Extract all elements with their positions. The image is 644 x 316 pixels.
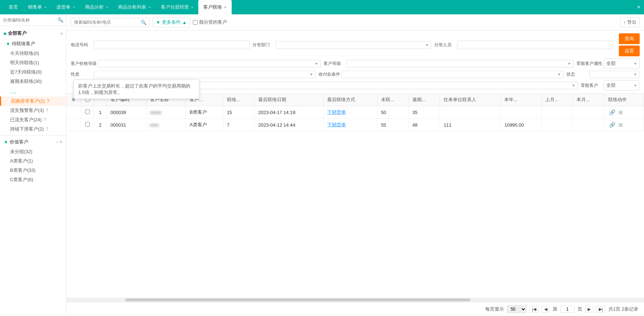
- row2-checkbox[interactable]: [85, 122, 90, 127]
- retail-customer-label: 零散客户: [581, 82, 602, 89]
- nav-customer-tier[interactable]: 客户分层经营 ×: [156, 0, 198, 14]
- action-buttons: 查询 设置: [619, 33, 640, 56]
- sidebar-b-class[interactable]: B类客户(33): [0, 166, 66, 175]
- manager-more-icon[interactable]: …: [606, 42, 611, 47]
- row1-grid-icon[interactable]: ⊞: [618, 109, 623, 115]
- nav-customer-contact[interactable]: 客户联络 ×: [198, 0, 231, 14]
- col-uncontacted[interactable]: 未联...: [377, 94, 408, 106]
- payment-select[interactable]: ▼: [342, 71, 564, 78]
- manager-label: 分管人员: [434, 42, 456, 48]
- search-input[interactable]: [74, 20, 141, 25]
- sidebar-today-pending[interactable]: 今天待联络(0): [0, 49, 66, 58]
- toolbar: 🔍 ▼ 更多条件 ▲ 我分管的客户 ↑ 导出: [66, 14, 644, 30]
- sidebar-overdue-contact[interactable]: 逾期未联络(30): [0, 77, 66, 86]
- last-page-btn[interactable]: ▶|: [596, 306, 606, 313]
- settings-btn[interactable]: 设置: [619, 46, 640, 56]
- col-last-date[interactable]: 最后联络日期: [254, 94, 323, 106]
- more-filter-btn[interactable]: ▼ 更多条件 ▲: [153, 17, 190, 27]
- sidebar-a-class[interactable]: A类客户(1): [0, 156, 66, 166]
- row1-num: 1: [94, 106, 107, 119]
- sidebar-pending-contact[interactable]: ▼ 待联络客户: [0, 39, 66, 49]
- gender-select[interactable]: ▼: [94, 71, 316, 78]
- row2-name: ■■■: [146, 119, 186, 131]
- horizontal-scrollbar[interactable]: [66, 298, 644, 302]
- col-overdue[interactable]: 逾期...: [408, 94, 440, 106]
- col-last-month[interactable]: 上月...: [542, 94, 573, 106]
- status-select[interactable]: ▼: [589, 71, 640, 78]
- sidebar-search-icon[interactable]: 🔍: [57, 17, 63, 23]
- nav-sales[interactable]: 销售单 ×: [23, 0, 51, 14]
- nav-product-analysis[interactable]: 商品分析 ×: [80, 0, 113, 14]
- payment-label: 收付款条件: [319, 71, 340, 77]
- nav-purchase-close[interactable]: ×: [73, 5, 75, 9]
- already-lost-hint-icon: ?: [43, 117, 46, 122]
- sidebar-value-customer-group[interactable]: ▼ 价值客户 ○ ✎: [0, 137, 66, 147]
- row2-grid-icon[interactable]: ⊞: [618, 122, 623, 128]
- row1-check-cell: [81, 106, 94, 119]
- row2-code: 000031: [107, 119, 146, 131]
- row2-this-year: 10995.00: [501, 119, 542, 131]
- row1-this-year: [501, 106, 542, 119]
- sidebar-collapse-icon[interactable]: »: [60, 31, 62, 36]
- sidebar-lost-risk[interactable]: 流失预警客户(3) ?: [0, 106, 66, 115]
- row1-last-month: [542, 106, 573, 119]
- filter-customer-level: 客户等级 ▼: [324, 60, 574, 67]
- page-size-select[interactable]: 50 20 100: [507, 305, 527, 313]
- row2-last-month: [542, 119, 573, 131]
- col-contact[interactable]: 联络...: [223, 94, 254, 106]
- department-select[interactable]: ▼: [275, 41, 431, 49]
- first-page-btn[interactable]: |◀: [529, 306, 539, 313]
- nav-product-list-close[interactable]: ×: [148, 5, 150, 9]
- nav-product-list[interactable]: 商品分析列表 ×: [113, 0, 156, 14]
- query-btn[interactable]: 查询: [619, 33, 640, 44]
- more-items-btn[interactable]: …: [10, 88, 17, 95]
- col-this-month[interactable]: 本月...: [573, 94, 604, 106]
- export-btn[interactable]: ↑ 导出: [620, 17, 640, 27]
- sidebar-content: ■ 全部客户 » ▼ 待联络客户 今天待联络(0) 明天待联络(1) 近7天待联…: [0, 26, 66, 316]
- sidebar-already-lost[interactable]: 已流失客户(24) ?: [0, 115, 66, 124]
- my-customer-checkbox[interactable]: [193, 20, 198, 25]
- col-last-method[interactable]: 最后联络方式: [324, 94, 377, 106]
- price-level-select[interactable]: ▼: [98, 60, 321, 67]
- search-icon[interactable]: 🔍: [141, 20, 147, 25]
- sidebar-c-class[interactable]: C类客户(6): [0, 175, 66, 184]
- nav-purchase[interactable]: 进货单 ×: [51, 0, 80, 14]
- sidebar-unassigned[interactable]: 未分组(32): [0, 147, 66, 156]
- sidebar-7day-pending[interactable]: 近7天待联络(0): [0, 67, 66, 77]
- row2-link-icon[interactable]: 🔗: [609, 122, 615, 128]
- retail-attr-select[interactable]: 全部 ▼: [604, 58, 640, 69]
- nav-product-analysis-close[interactable]: ×: [106, 5, 108, 9]
- row1-action-cell: 🔗 ⊞: [604, 106, 644, 119]
- filter-row-1: 电话号码 分管部门 ▼ 分管人员 …: [71, 33, 640, 56]
- customer-level-select[interactable]: ▼: [347, 60, 574, 67]
- filter-price-level: 客户价格等级 ▼: [71, 60, 321, 67]
- edit-group-icon[interactable]: ○ ✎: [56, 140, 62, 145]
- nav-customer-tier-close[interactable]: ×: [191, 5, 193, 9]
- scroll-thumb[interactable]: [125, 298, 470, 301]
- prev-page-btn[interactable]: ◀: [542, 306, 550, 313]
- row1-checkbox[interactable]: [85, 109, 90, 114]
- sidebar-continuous-down[interactable]: 持续下滑客户(2) ?: [0, 124, 66, 134]
- nav-sales-close[interactable]: ×: [44, 5, 46, 9]
- col-this-year[interactable]: 本年...: [501, 94, 542, 106]
- next-page-btn[interactable]: ▶: [585, 306, 593, 313]
- filter-row-3: 性质 ▼ 收付款条件 ▼ 状态: [71, 71, 640, 78]
- nav-home[interactable]: 首页: [4, 0, 23, 14]
- retail-customer-select[interactable]: 全部 ▼: [604, 80, 640, 90]
- phone-input[interactable]: [94, 41, 250, 49]
- sidebar-tomorrow-pending[interactable]: 明天待联络(1): [0, 58, 66, 67]
- page-number-input[interactable]: [560, 306, 575, 313]
- sidebar-all-customers-header[interactable]: ■ 全部客户 »: [0, 28, 66, 39]
- my-customer-filter: 我分管的客户: [193, 19, 227, 25]
- sidebar-repurchase-abnormal[interactable]: 回购异常客户(2) ?: [0, 96, 66, 106]
- row1-link-icon[interactable]: 🔗: [609, 109, 615, 115]
- sidebar: 🔍 ■ 全部客户 » ▼ 待联络客户 今天待联络(0) 明天待联络(1) 近7天…: [0, 14, 66, 316]
- nav-customer-contact-close[interactable]: ×: [224, 5, 226, 9]
- manager-select[interactable]: …: [457, 41, 613, 49]
- row1-type: B类客户: [186, 106, 223, 119]
- lost-risk-hint-icon: ?: [46, 108, 48, 113]
- filter-icon: ▼: [156, 20, 161, 25]
- close-window-btn[interactable]: ×: [637, 4, 640, 10]
- gender-arrow: ▼: [310, 72, 313, 76]
- sidebar-search-input[interactable]: [3, 18, 57, 23]
